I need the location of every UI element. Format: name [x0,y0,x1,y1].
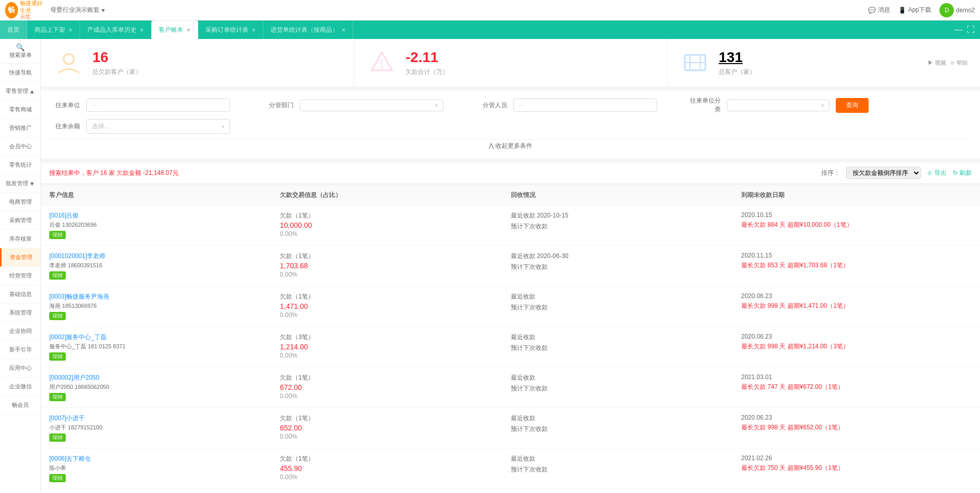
refresh-btn[interactable]: ↻ 刷新 [953,169,972,178]
customer-badge-4: 现销 [49,393,66,401]
person-label: 分管人员 [476,101,507,110]
minimize-icon[interactable]: — [954,25,963,34]
sidebar-item-marketing[interactable]: 营销推广 [0,119,41,137]
debt-cell-2: 欠款（1笔） 1,471.00 0.00% [280,292,510,319]
sidebar-item-retail-mall[interactable]: 零售商城 [0,101,41,119]
sidebar-search[interactable]: 🔍 搜索菜单 [0,39,41,64]
balance-arrow-icon: ▾ [222,124,224,129]
tab-product-history[interactable]: 产成品入库单历史 ✕ [80,21,151,39]
user-profile[interactable]: D demo2 [939,3,975,17]
col-customer-info: 客户信息 [49,191,280,200]
sidebar-item-purchase[interactable]: 采购管理 [0,211,41,230]
due-cell-6: 2021.02.26 最长欠款 750 天 超期¥455.90（1笔） [741,455,972,472]
industry-select[interactable]: 母婴行业演示账套 ▾ [50,6,105,14]
customer-name-2[interactable]: [0003]畅捷服务尹海燕 [49,292,280,301]
tab-close-5[interactable]: ✕ [341,27,345,33]
collapse-button[interactable]: ⋀ 收起更多条件 [49,139,972,152]
tab-home[interactable]: 首页 [0,21,27,39]
sidebar-item-ecommerce[interactable]: 电商管理 [0,193,41,211]
overdue-link-4[interactable]: 超期¥672.00（1笔） [787,383,844,390]
due-cell-1: 2020.11.15 最长欠款 853 天 超期¥1,703.68（1笔） [741,252,972,270]
department-select[interactable]: ▾ [300,100,444,111]
customer-name-5[interactable]: [0007]小进千 [49,414,280,423]
due-cell-0: 2020.10.15 最长欠款 884 天 超期¥10,000.00（1笔） [741,211,972,229]
arrow-down-icon: ▼ [29,181,35,187]
customer-name-3[interactable]: [0002]服务中心_丁磊 [49,333,280,342]
person-input[interactable]: ··· [513,98,657,112]
collapse-icon: ⋀ [489,142,495,149]
customer-cell-4: [000002]用户2050 用户2050 18665062050 现销 [49,373,280,401]
sidebar-item-member2[interactable]: 畅会员 [0,396,41,415]
top-bar: 畅 畅捷通好生意 示范 母婴行业演示账套 ▾ 💬 消息 📱 App下载 D de… [0,0,980,21]
sort-select[interactable]: 按欠款金额倒序排序 [846,167,921,179]
customer-phone-0: 吕俊 13026203696 [49,221,280,229]
balance-select[interactable]: 选择... ▾ [86,119,230,134]
customer-phone-4: 用户2050 18665062050 [49,383,280,391]
sidebar-item-finance[interactable]: 资金管理 [0,248,41,267]
tab-close-2[interactable]: ✕ [140,27,144,33]
due-cell-5: 2020.06.23 最长欠款 998 天 超期¥652.00（1笔） [741,414,972,432]
debt-cell-0: 欠款（1笔） 10,000.00 0.00% [280,211,510,238]
message-btn[interactable]: 💬 消息 [868,6,890,14]
customer-name-6[interactable]: [0006]去下粮仓 [49,455,280,463]
sidebar-item-guide[interactable]: 新手引导 [0,341,41,359]
maximize-icon[interactable]: ⛶ [967,25,975,34]
customer-name-4[interactable]: [000002]用户2050 [49,373,280,382]
app-download-btn[interactable]: 📱 App下载 [898,6,931,14]
sidebar-item-retail-stats[interactable]: 零售统计 [0,156,41,174]
sidebar-item-wholesale-mgmt[interactable]: 批发管理 ▼ [0,174,41,193]
export-btn[interactable]: ⊙ 导出 [927,169,946,178]
video-btn[interactable]: ▶ 视频 [928,59,946,67]
tab-product-shelves[interactable]: 商品上下架 ✕ [27,21,80,39]
overdue-link-1[interactable]: 超期¥1,703.68（1笔） [787,262,849,269]
recovery-cell-4: 最近收款 预计下次收款 [511,373,741,393]
stat-help: ▶ 视频 ⊙ 帮助 [928,59,968,67]
customer-badge-3: 现销 [49,352,66,361]
debt-cell-5: 欠款（1笔） 652.00 0.00% [280,414,510,440]
top-right: 💬 消息 📱 App下载 D demo2 [868,3,975,17]
stat-total-customers-info: 131 总客户（家） [719,49,756,76]
stat-total-customers: 131 总客户（家） ▶ 视频 ⊙ 帮助 [667,39,980,86]
sidebar-item-quick-nav[interactable]: 快捷导航 [0,64,41,82]
customer-cell-1: [0001020001]李老师 李老师 18600391516 现销 [49,252,280,280]
vendor-input[interactable]: ··· [86,98,230,112]
sidebar: 🔍 搜索菜单 快捷导航 零售管理 ▲ 零售商城 营销推广 会员中心 零售统计 批… [0,39,41,493]
sidebar-item-system[interactable]: 系统管理 [0,304,41,322]
avatar: D [939,3,954,17]
customer-badge-0: 现销 [49,231,66,239]
tab-close-4[interactable]: ✕ [252,27,256,33]
tab-customer-ledger[interactable]: 客户账本 ✕ [151,21,198,39]
recovery-cell-5: 最近收款 预计下次收款 [511,414,741,433]
stats-bar: 16 总欠款客户（家） -2.11 欠款合计（万） [41,39,980,86]
tab-purchase-product[interactable]: 进货单统计表（按商品） ✕ [263,21,353,39]
vendor-type-select[interactable]: ▾ [727,100,830,111]
table-row: [0001020001]李老师 李老师 18600391516 现销 欠款（1笔… [41,246,980,286]
query-button[interactable]: 查询 [836,98,869,113]
sidebar-item-basic-info[interactable]: 基础信息 [0,285,41,304]
overdue-link-5[interactable]: 超期¥652.00（1笔） [787,424,844,431]
sidebar-item-operations[interactable]: 经营管理 [0,267,41,285]
overdue-link-6[interactable]: 超期¥455.90（1笔） [787,464,844,471]
tab-purchase-summary[interactable]: 采购订单统计表 ✕ [198,21,263,39]
overdue-link-2[interactable]: 超期¥1,471.00（1笔） [787,302,849,309]
tab-close-1[interactable]: ✕ [68,27,72,33]
overdue-link-3[interactable]: 超期¥1,214.00（3笔） [787,343,849,350]
sidebar-item-appstore[interactable]: 应用中心 [0,359,41,378]
sidebar-item-wechat[interactable]: 企业微信 [0,378,41,396]
sidebar-item-collab[interactable]: 企业协同 [0,322,41,341]
customer-name-1[interactable]: [0001020001]李老师 [49,252,280,261]
sidebar-item-inventory[interactable]: 库存核算 [0,230,41,248]
customer-name-0[interactable]: [0016]吕俊 [49,211,280,220]
debt-cell-6: 欠款（1笔） 455.90 0.00% [280,455,510,481]
sidebar-item-member[interactable]: 会员中心 [0,137,41,156]
logo-icon: 畅 [5,2,18,18]
tab-close-3[interactable]: ✕ [186,27,190,33]
table: 客户信息 欠款交易信息（占比） 回收情况 到期未收款日期 [0016]吕俊 吕俊… [41,186,980,493]
overdue-link-0[interactable]: 超期¥10,000.00（1笔） [787,221,853,228]
customer-phone-2: 海燕 18513066976 [49,302,280,310]
due-cell-4: 2021.03.01 最长欠款 747 天 超期¥672.00（1笔） [741,373,972,391]
result-info: 搜索结果中，客户 16 家 欠款金额 -21,148.07元 [49,169,179,178]
vendor-label: 往来单位 [49,101,80,110]
help-btn[interactable]: ⊙ 帮助 [950,59,968,67]
sidebar-item-retail-mgmt[interactable]: 零售管理 ▲ [0,82,41,101]
